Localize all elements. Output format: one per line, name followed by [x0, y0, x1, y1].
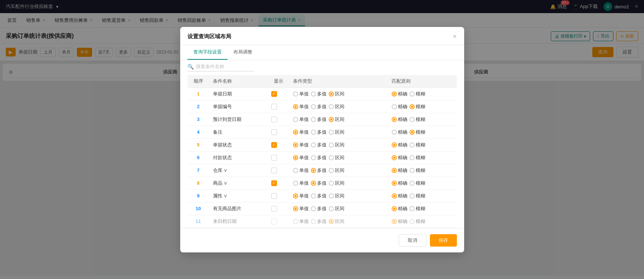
search-input[interactable] — [196, 64, 254, 69]
radio-precise[interactable]: 精确 — [392, 142, 407, 148]
row-display-cell[interactable] — [268, 87, 289, 100]
row-display-cell[interactable] — [268, 126, 289, 138]
radio-single-label: 单值 — [299, 103, 309, 110]
radio-precise[interactable]: 精确 — [392, 91, 407, 97]
row-display-checkbox[interactable] — [271, 206, 277, 212]
radio-single[interactable]: 单值 — [293, 91, 309, 97]
radio-single[interactable]: 单值 — [293, 167, 309, 174]
radio-single[interactable]: 单值 — [293, 180, 309, 186]
radio-single[interactable]: 单值 — [293, 205, 309, 212]
radio-single[interactable]: 单值 — [293, 116, 309, 123]
radio-multi[interactable]: 多值 — [311, 218, 327, 225]
row-display-checkbox[interactable] — [271, 155, 277, 161]
radio-precise[interactable]: 精确 — [392, 154, 407, 161]
radio-precise-label: 精确 — [398, 180, 407, 186]
radio-range[interactable]: 区间 — [329, 180, 344, 186]
radio-precise[interactable]: 精确 — [392, 116, 407, 123]
row-display-cell[interactable] — [268, 138, 289, 151]
row-display-checkbox[interactable] — [271, 193, 277, 199]
radio-single[interactable]: 单值 — [293, 142, 309, 148]
radio-single[interactable]: 单值 — [293, 154, 309, 161]
radio-range-label: 区间 — [335, 91, 344, 97]
radio-fuzzy[interactable]: 模糊 — [410, 193, 425, 199]
radio-fuzzy[interactable]: 模糊 — [410, 103, 425, 110]
row-display-cell[interactable] — [268, 151, 289, 164]
radio-precise[interactable]: 精确 — [392, 167, 407, 174]
radio-range[interactable]: 区间 — [329, 116, 344, 123]
radio-single[interactable]: 单值 — [293, 129, 309, 135]
radio-precise-label: 精确 — [398, 205, 407, 212]
radio-multi[interactable]: 多值 — [311, 91, 327, 97]
radio-fuzzy[interactable]: 模糊 — [410, 205, 425, 212]
row-display-cell[interactable] — [268, 164, 289, 177]
radio-fuzzy[interactable]: 模糊 — [410, 129, 425, 135]
radio-range[interactable]: 区间 — [329, 167, 344, 174]
radio-precise[interactable]: 精确 — [392, 129, 407, 135]
row-display-cell[interactable] — [268, 215, 289, 228]
cancel-button[interactable]: 取消 — [399, 234, 426, 247]
radio-multi[interactable]: 多值 — [311, 167, 327, 174]
radio-multi[interactable]: 多值 — [311, 116, 327, 123]
radio-range[interactable]: 区间 — [329, 218, 344, 225]
radio-single[interactable]: 单值 — [293, 193, 309, 199]
radio-multi[interactable]: 多值 — [311, 142, 327, 148]
radio-fuzzy[interactable]: 模糊 — [410, 218, 425, 225]
row-display-checkbox[interactable] — [271, 117, 277, 122]
radio-range[interactable]: 区间 — [329, 142, 344, 148]
save-button[interactable]: 保存 — [430, 234, 457, 247]
radio-fuzzy[interactable]: 模糊 — [410, 154, 425, 161]
radio-range[interactable]: 区间 — [329, 205, 344, 212]
row-display-cell[interactable] — [268, 202, 289, 215]
row-display-checkbox[interactable] — [271, 180, 277, 186]
radio-precise[interactable]: 精确 — [392, 193, 407, 199]
radio-fuzzy[interactable]: 模糊 — [410, 167, 425, 174]
row-display-checkbox[interactable] — [271, 104, 277, 110]
radio-range[interactable]: 区间 — [329, 103, 344, 110]
radio-multi-circle — [311, 206, 316, 211]
row-type-group: 单值 多值 区间 — [293, 116, 384, 123]
row-name: 仓库 ∨ — [209, 164, 268, 177]
radio-range-circle — [329, 181, 334, 186]
radio-precise[interactable]: 精确 — [392, 180, 407, 186]
row-display-cell[interactable] — [268, 100, 289, 113]
radio-single[interactable]: 单值 — [293, 103, 309, 110]
radio-fuzzy[interactable]: 模糊 — [410, 116, 425, 123]
row-display-cell[interactable] — [268, 189, 289, 202]
radio-multi[interactable]: 多值 — [311, 205, 327, 212]
row-display-cell[interactable] — [268, 177, 289, 189]
radio-range-circle — [329, 91, 334, 97]
radio-multi[interactable]: 多值 — [311, 154, 327, 161]
radio-range[interactable]: 区间 — [329, 129, 344, 135]
row-display-checkbox[interactable] — [271, 91, 277, 97]
radio-multi[interactable]: 多值 — [311, 103, 327, 110]
radio-range[interactable]: 区间 — [329, 154, 344, 161]
row-display-checkbox[interactable] — [271, 129, 277, 135]
row-display-cell[interactable] — [268, 113, 289, 126]
radio-precise[interactable]: 精确 — [392, 205, 407, 212]
row-match-group: 精确 模糊 — [392, 218, 453, 225]
modal-close-button[interactable]: × — [453, 33, 457, 40]
radio-precise[interactable]: 精确 — [392, 103, 407, 110]
radio-fuzzy[interactable]: 模糊 — [410, 142, 425, 148]
radio-fuzzy[interactable]: 模糊 — [410, 180, 425, 186]
radio-fuzzy[interactable]: 模糊 — [410, 91, 425, 97]
radio-multi[interactable]: 多值 — [311, 129, 327, 135]
radio-range[interactable]: 区间 — [329, 193, 344, 199]
row-type-group: 单值 多值 区间 — [293, 218, 384, 225]
row-type-group: 单值 多值 区间 — [293, 180, 384, 186]
modal-tab-layout[interactable]: 布局调整 — [228, 45, 258, 60]
modal-tab-query-fields[interactable]: 查询字段设置 — [187, 45, 228, 60]
radio-fuzzy-circle — [410, 219, 415, 224]
radio-single[interactable]: 单值 — [293, 218, 309, 225]
row-display-checkbox[interactable] — [271, 142, 277, 148]
radio-range[interactable]: 区间 — [329, 91, 344, 97]
radio-fuzzy-circle — [410, 91, 415, 97]
radio-single-label: 单值 — [299, 154, 309, 161]
row-display-checkbox[interactable] — [271, 219, 277, 224]
radio-multi[interactable]: 多值 — [311, 180, 327, 186]
row-type-cell: 单值 多值 区间 — [289, 177, 388, 189]
row-match-cell: 精确 模糊 — [388, 177, 457, 189]
radio-multi[interactable]: 多值 — [311, 193, 327, 199]
radio-precise[interactable]: 精确 — [392, 218, 407, 225]
row-display-checkbox[interactable] — [271, 168, 277, 173]
